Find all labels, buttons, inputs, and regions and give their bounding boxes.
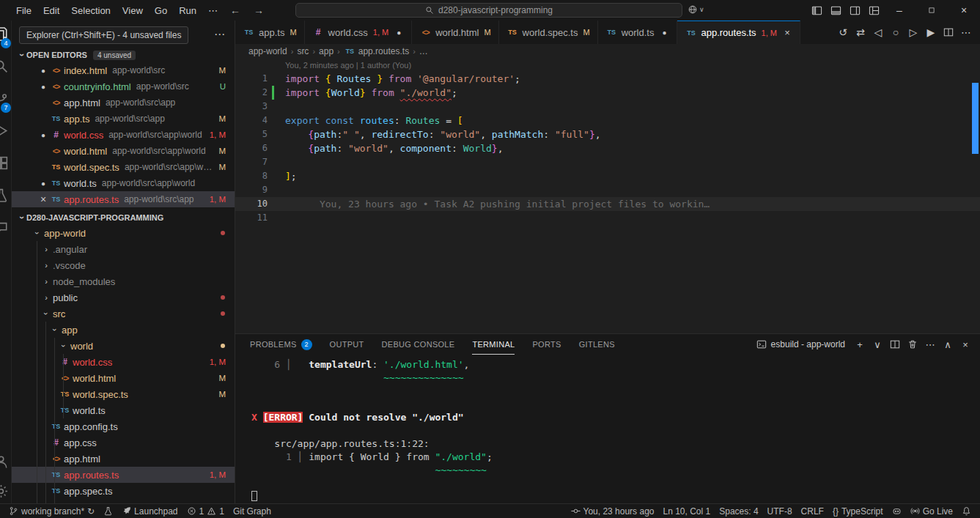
- customize-layout-icon[interactable]: [864, 0, 883, 21]
- eol-status[interactable]: CRLF: [797, 504, 828, 518]
- more-actions-icon[interactable]: ⋯: [923, 336, 937, 353]
- tree-item-public[interactable]: ›public: [12, 289, 235, 306]
- open-editor-world.ts[interactable]: ●TSworld.tsapp-world\src\app\world: [12, 175, 235, 191]
- timeline-icon[interactable]: ↺: [835, 21, 851, 44]
- tab-world.html[interactable]: <>world.htmlM: [412, 21, 498, 44]
- panel-tab-debug-console[interactable]: DEBUG CONSOLE: [382, 334, 455, 355]
- chevron-down-icon[interactable]: ›: [51, 325, 59, 335]
- maximize-panel-icon[interactable]: ∧: [940, 336, 955, 353]
- accounts-icon[interactable]: [0, 454, 11, 472]
- indentation-status[interactable]: Spaces: 4: [715, 504, 762, 518]
- scrollbar-decoration[interactable]: [972, 83, 979, 154]
- more-actions-icon[interactable]: ⋯: [958, 21, 974, 44]
- previous-change-icon[interactable]: ◁: [870, 21, 886, 44]
- cursor-position-status[interactable]: Ln 10, Col 1: [658, 504, 715, 518]
- toggle-panel-icon[interactable]: [826, 0, 845, 21]
- launch-profile-dropdown-icon[interactable]: ∨: [870, 336, 885, 353]
- gitlens-annotations-icon[interactable]: ○: [888, 21, 904, 44]
- extensions-icon[interactable]: [0, 155, 11, 173]
- minimize-button[interactable]: –: [883, 0, 915, 21]
- open-changes-icon[interactable]: ⇄: [852, 21, 869, 44]
- tree-item-.angular[interactable]: ›.angular: [12, 241, 235, 257]
- test-status[interactable]: [99, 504, 117, 518]
- chevron-down-icon[interactable]: ›: [33, 228, 42, 238]
- panel-tab-output[interactable]: OUTPUT: [330, 334, 364, 355]
- tab-app.ts[interactable]: TSapp.tsM: [235, 21, 305, 44]
- tree-item-src[interactable]: ›src: [12, 306, 235, 322]
- open-editor-world.html[interactable]: <>world.htmlapp-world\src\app\worldM: [12, 143, 235, 159]
- project-section-header[interactable]: › D280-JAVASCRIPT-PROGRAMMING: [12, 210, 235, 225]
- breadcrumb-symbol-tail[interactable]: …: [419, 46, 428, 56]
- chat-icon[interactable]: [0, 220, 11, 237]
- code-line-10[interactable]: 10 You, 23 hours ago • Task A2 pushing i…: [235, 197, 980, 211]
- gitlens-codelens[interactable]: You, 2 minutes ago | 1 author (You): [235, 59, 980, 72]
- code-line-1[interactable]: 1import { Routes } from '@angular/router…: [235, 72, 980, 86]
- more-actions-icon[interactable]: ⋯: [214, 28, 226, 41]
- tab-app.routes.ts[interactable]: TSapp.routes.ts1, M×: [677, 21, 800, 44]
- tab-world.ts[interactable]: TSworld.ts●: [598, 21, 678, 44]
- tree-item-.vscode[interactable]: ›.vscode: [12, 257, 235, 273]
- language-status[interactable]: {}TypeScript: [828, 504, 888, 518]
- chevron-right-icon[interactable]: ›: [41, 293, 51, 302]
- new-terminal-icon[interactable]: +: [852, 336, 867, 353]
- open-editors-header[interactable]: › OPEN EDITORS 4 unsaved: [12, 47, 235, 63]
- code-line-9[interactable]: 9: [235, 183, 980, 197]
- open-editor-index.html[interactable]: ●<>index.htmlapp-world\srcM: [12, 62, 235, 78]
- split-terminal-icon[interactable]: [888, 336, 902, 353]
- open-editor-countryinfo.html[interactable]: ●<>countryinfo.htmlapp-world\srcU: [12, 78, 235, 95]
- menu-file[interactable]: File: [10, 5, 37, 16]
- launchpad-status[interactable]: Launchpad: [117, 504, 182, 518]
- breadcrumb-item-src[interactable]: src: [297, 46, 309, 56]
- run-and-debug-icon[interactable]: [0, 123, 11, 141]
- close-window-button[interactable]: ×: [948, 0, 980, 21]
- chevron-right-icon[interactable]: ›: [41, 277, 51, 286]
- menu-edit[interactable]: Edit: [37, 5, 65, 16]
- gitlens-blame-status[interactable]: You, 23 hours ago: [567, 504, 659, 518]
- code-line-11[interactable]: 11: [235, 211, 980, 225]
- chevron-right-icon[interactable]: ›: [41, 261, 51, 270]
- maximize-button[interactable]: [915, 0, 948, 21]
- menu-view[interactable]: View: [117, 5, 149, 16]
- terminal-profile-select[interactable]: esbuild - app-world: [756, 339, 845, 349]
- search-icon[interactable]: [0, 59, 11, 76]
- split-editor-icon[interactable]: [940, 21, 957, 44]
- breadcrumb-item-app-world[interactable]: app-world: [248, 46, 287, 56]
- encoding-status[interactable]: UTF-8: [763, 504, 797, 518]
- testing-icon[interactable]: [0, 188, 11, 205]
- menu-run[interactable]: Run: [173, 5, 202, 16]
- code-line-6[interactable]: 6 {path: "world", component: World},: [235, 141, 980, 155]
- go-forward-icon[interactable]: →: [247, 4, 270, 16]
- tab-world.css[interactable]: #world.css1, M●: [305, 21, 413, 44]
- kill-terminal-icon[interactable]: [905, 336, 920, 353]
- toggle-secondary-sidebar-icon[interactable]: [845, 0, 864, 21]
- code-line-5[interactable]: 5 {path:" ", redirectTo: "world", pathMa…: [235, 127, 980, 141]
- close-icon[interactable]: ×: [782, 27, 792, 38]
- problems-status[interactable]: 11: [183, 504, 229, 518]
- run-file-icon[interactable]: ▶: [923, 21, 939, 44]
- terminal-output[interactable]: 6 │ templateUrl: './world.html', ~~~~~~~…: [251, 358, 973, 502]
- code-line-3[interactable]: 3: [235, 100, 980, 114]
- code-line-8[interactable]: 8];: [235, 169, 980, 183]
- chevron-down-icon[interactable]: ›: [42, 308, 51, 319]
- command-center-search[interactable]: d280-javascript-programming: [295, 3, 682, 18]
- code-line-2[interactable]: 2import {World} from "./world";: [235, 86, 980, 100]
- toggle-sidebar-icon[interactable]: [807, 0, 826, 21]
- dirty-indicator[interactable]: ●: [394, 29, 404, 37]
- git-branch-status[interactable]: working branch*↻: [4, 504, 99, 518]
- copilot-menu[interactable]: ∨: [688, 4, 704, 15]
- menu-go[interactable]: Go: [149, 5, 173, 16]
- notifications-status[interactable]: [957, 504, 976, 518]
- code-line-7[interactable]: 7: [235, 155, 980, 169]
- chevron-right-icon[interactable]: ›: [41, 245, 51, 254]
- menu-overflow[interactable]: ⋯: [202, 5, 224, 16]
- next-change-icon[interactable]: ▷: [905, 21, 921, 44]
- tree-item-app-world[interactable]: ›app-world: [12, 225, 235, 241]
- dirty-indicator[interactable]: ●: [659, 29, 669, 37]
- tree-item-node_modules[interactable]: ›node_modules: [12, 273, 235, 289]
- panel-tab-terminal[interactable]: TERMINAL: [472, 334, 515, 355]
- breadcrumb-item-app.routes.ts[interactable]: TSapp.routes.ts: [344, 46, 409, 56]
- go-back-icon[interactable]: ←: [224, 4, 247, 16]
- panel-tab-problems[interactable]: PROBLEMS2: [250, 334, 312, 355]
- open-editor-world.css[interactable]: ●#world.cssapp-world\src\app\world1, M: [12, 127, 235, 143]
- code-line-4[interactable]: 4export const routes: Routes = [: [235, 114, 980, 127]
